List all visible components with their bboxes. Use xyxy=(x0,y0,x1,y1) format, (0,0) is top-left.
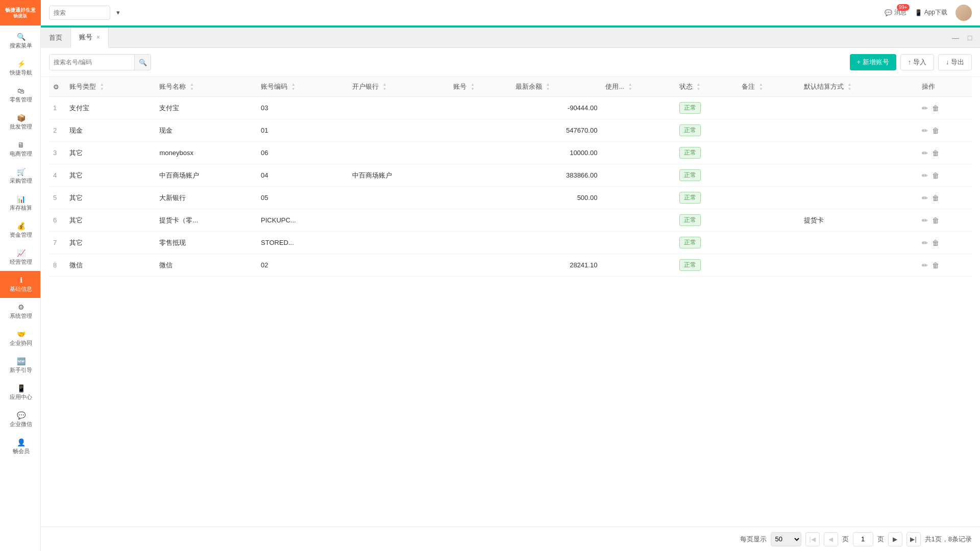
sidebar-item-wechat[interactable]: 💬 企业微信 xyxy=(0,406,40,433)
tab-home[interactable]: 首页 xyxy=(41,28,71,48)
add-account-button[interactable]: + 新增账号 xyxy=(850,54,896,70)
cell-balance xyxy=(511,209,601,232)
search-menu-icon: 🔍 xyxy=(17,33,26,41)
cell-account xyxy=(449,232,511,254)
edit-button[interactable]: ✏ xyxy=(922,194,928,202)
search-input[interactable] xyxy=(50,55,134,70)
operation-icon: 📈 xyxy=(17,249,26,257)
tab-account[interactable]: 账号 × xyxy=(71,28,109,48)
row-num: 2 xyxy=(49,119,65,142)
page-number-input[interactable] xyxy=(853,532,873,546)
col-remark: 备注 ▲▼ xyxy=(738,77,800,97)
cell-code: STORED... xyxy=(257,232,348,254)
delete-button[interactable]: 🗑 xyxy=(932,216,939,224)
sort-remark-icon[interactable]: ▲▼ xyxy=(759,83,763,91)
sidebar-item-enterprise[interactable]: 🤝 企业协同 xyxy=(0,325,40,352)
cell-actions: ✏ 🗑 xyxy=(918,119,972,142)
edit-button[interactable]: ✏ xyxy=(922,239,928,247)
first-page-button[interactable]: |◀ xyxy=(805,532,820,546)
sort-balance-icon[interactable]: ▲▼ xyxy=(546,83,550,91)
message-icon: 💬 xyxy=(885,9,892,16)
sidebar-item-member[interactable]: 👤 畅会员 xyxy=(0,433,40,460)
edit-button[interactable]: ✏ xyxy=(922,127,928,135)
app-download-button[interactable]: 📱 App下载 xyxy=(915,8,947,17)
toolbar: 🔍 + 新增账号 ↑ 导入 ↓ 导出 xyxy=(41,48,980,77)
dropdown-button[interactable]: ▾ xyxy=(116,9,120,16)
cell-default-payment xyxy=(800,254,918,277)
cell-status: 正常 xyxy=(675,232,738,254)
cell-name: 现金 xyxy=(155,119,257,142)
prev-page-button[interactable]: ◀ xyxy=(824,532,838,546)
sort-bank-icon[interactable]: ▲▼ xyxy=(382,83,386,91)
edit-button[interactable]: ✏ xyxy=(922,149,928,157)
search-button[interactable]: 🔍 xyxy=(134,54,151,70)
delete-button[interactable]: 🗑 xyxy=(932,194,939,202)
maximize-button[interactable]: □ xyxy=(964,32,976,44)
app-download-label: App下载 xyxy=(924,8,947,17)
sidebar-item-search[interactable]: 🔍 搜索菜单 xyxy=(0,28,40,55)
page-size-select[interactable]: 50 xyxy=(771,532,801,546)
window-control-buttons: — □ xyxy=(949,32,980,44)
delete-button[interactable]: 🗑 xyxy=(932,239,939,247)
sidebar-item-quicknav[interactable]: ⚡ 快捷导航 xyxy=(0,55,40,82)
cell-balance xyxy=(511,232,601,254)
sidebar-item-app-center[interactable]: 📱 应用中心 xyxy=(0,379,40,406)
cell-balance: 28241.10 xyxy=(511,254,601,277)
sidebar-item-operation[interactable]: 📈 经营管理 xyxy=(0,244,40,271)
cell-account xyxy=(449,97,511,119)
last-page-button[interactable]: ▶| xyxy=(906,532,921,546)
pagination-bar: 每页显示 50 |◀ ◀ 页 页 ▶ ▶| 共1页，8条记录 xyxy=(41,527,980,551)
delete-button[interactable]: 🗑 xyxy=(932,149,939,157)
sort-type-icon[interactable]: ▲▼ xyxy=(100,83,104,91)
sort-usage-icon[interactable]: ▲▼ xyxy=(628,83,632,91)
settings-icon[interactable]: ⚙ xyxy=(53,83,59,91)
sidebar-item-purchase[interactable]: 🛒 采购管理 xyxy=(0,163,40,190)
cell-bank xyxy=(348,232,450,254)
status-badge: 正常 xyxy=(679,147,701,159)
cell-type: 其它 xyxy=(65,164,155,187)
messages-button[interactable]: 💬 消息 99+ xyxy=(885,8,906,17)
delete-button[interactable]: 🗑 xyxy=(932,261,939,269)
minimize-button[interactable]: — xyxy=(949,32,962,44)
logo-text: 畅捷通好生意 xyxy=(5,7,36,13)
cell-balance: -90444.00 xyxy=(511,97,601,119)
sort-payment-icon[interactable]: ▲▼ xyxy=(848,83,852,91)
sidebar-item-inventory[interactable]: 📊 库存核算 xyxy=(0,190,40,217)
next-page-button[interactable]: ▶ xyxy=(888,532,902,546)
delete-button[interactable]: 🗑 xyxy=(932,127,939,135)
delete-button[interactable]: 🗑 xyxy=(932,171,939,180)
sidebar-item-retail[interactable]: 🛍 零售管理 xyxy=(0,82,40,109)
tab-close-icon[interactable]: × xyxy=(96,34,100,40)
sort-account-icon[interactable]: ▲▼ xyxy=(471,83,475,91)
table-row: 5 其它 大新银行 05 500.00 正常 ✏ 🗑 xyxy=(49,187,972,209)
top-search-input[interactable] xyxy=(49,6,110,20)
edit-button[interactable]: ✏ xyxy=(922,216,928,224)
import-button[interactable]: ↑ 导入 xyxy=(900,54,934,70)
status-badge: 正常 xyxy=(679,124,701,136)
edit-button[interactable]: ✏ xyxy=(922,261,928,269)
cell-account xyxy=(449,164,511,187)
sidebar-item-guide[interactable]: 🆕 新手引导 xyxy=(0,352,40,379)
sidebar-item-wholesale[interactable]: 📦 批发管理 xyxy=(0,109,40,136)
export-button[interactable]: ↓ 导出 xyxy=(938,54,972,70)
row-num: 8 xyxy=(49,254,65,277)
user-avatar[interactable] xyxy=(955,5,972,21)
sort-name-icon[interactable]: ▲▼ xyxy=(190,83,194,91)
tab-bar: 首页 账号 × — □ xyxy=(41,28,980,48)
cell-status: 正常 xyxy=(675,97,738,119)
edit-button[interactable]: ✏ xyxy=(922,171,928,180)
toolbar-right: + 新增账号 ↑ 导入 ↓ 导出 xyxy=(850,54,972,70)
cell-default-payment: 提货卡 xyxy=(800,209,918,232)
sidebar-item-ecommerce[interactable]: 🖥 电商管理 xyxy=(0,136,40,163)
cell-type: 其它 xyxy=(65,187,155,209)
sidebar-item-basic-info[interactable]: ℹ 基础信息 xyxy=(0,271,40,298)
sort-status-icon[interactable]: ▲▼ xyxy=(696,83,700,91)
cell-status: 正常 xyxy=(675,119,738,142)
cell-usage xyxy=(601,232,675,254)
sort-code-icon[interactable]: ▲▼ xyxy=(291,83,296,91)
cell-usage xyxy=(601,97,675,119)
sidebar-item-system[interactable]: ⚙ 系统管理 xyxy=(0,298,40,325)
delete-button[interactable]: 🗑 xyxy=(932,104,939,112)
edit-button[interactable]: ✏ xyxy=(922,104,928,112)
sidebar-item-capital[interactable]: 💰 资金管理 xyxy=(0,217,40,244)
